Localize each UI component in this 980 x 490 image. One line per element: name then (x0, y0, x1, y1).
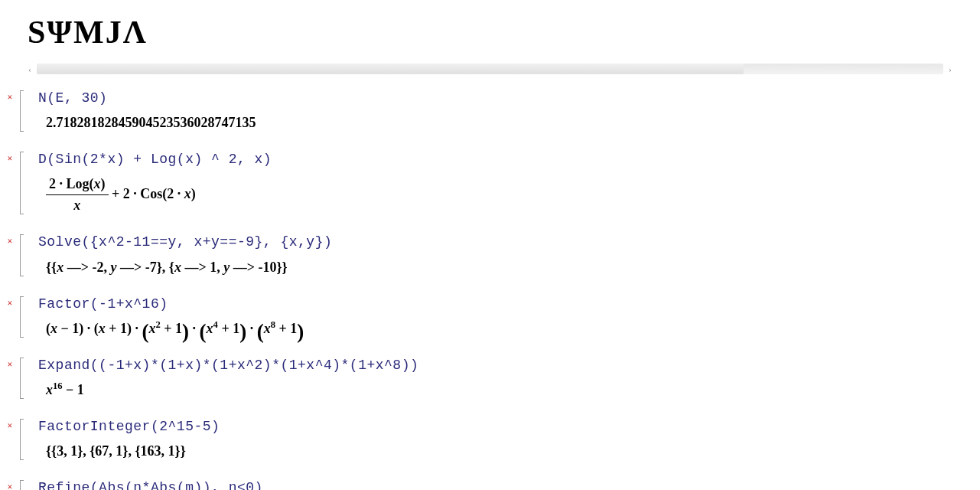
close-cell-button[interactable]: × (5, 482, 15, 490)
app-logo: SΨMJΛ (0, 0, 980, 63)
cell-output: 2 · Log(x)x + 2 · Cos(2 · x) (38, 169, 980, 216)
logo-text: SΨMJΛ (28, 14, 148, 51)
cell-list: ×N(E, 30)2.71828182845904523536028747135… (0, 84, 980, 490)
cell-bracket (20, 90, 24, 132)
cell-input[interactable]: D(Sin(2*x) + Log(x) ^ 2, x) (38, 150, 980, 169)
close-cell-button[interactable]: × (5, 420, 15, 431)
cell: ×N(E, 30)2.71828182845904523536028747135 (5, 89, 980, 133)
cell-bracket (20, 152, 24, 214)
cell: ×FactorInteger(2^15-5){{3, 1}, {67, 1}, … (5, 417, 980, 462)
cell-bracket (20, 358, 24, 399)
cell-bracket (20, 296, 24, 338)
close-cell-button[interactable]: × (5, 92, 15, 103)
cell-bracket (20, 234, 24, 276)
cell: ×Solve({x^2-11==y, x+y==-9}, {x,y}){{x —… (5, 233, 980, 277)
cell-input[interactable]: Expand((-1+x)*(1+x)*(1+x^2)*(1+x^4)*(1+x… (38, 356, 980, 375)
cell-output: {{3, 1}, {67, 1}, {163, 1}} (38, 436, 980, 462)
close-cell-button[interactable]: × (5, 298, 15, 309)
cell-bracket (20, 419, 24, 460)
cell-output: 2.71828182845904523536028747135 (38, 108, 980, 133)
scroll-left-arrow[interactable]: ‹ (23, 64, 37, 74)
close-cell-button[interactable]: × (5, 153, 15, 164)
close-cell-button[interactable]: × (5, 236, 15, 247)
cell-bracket (20, 480, 24, 490)
cell-output: (x − 1) · (x + 1) · (x2 + 1) · (x4 + 1) … (38, 314, 980, 339)
scroll-right-arrow[interactable]: › (943, 64, 957, 74)
scroll-track[interactable] (37, 64, 943, 74)
cell-output: {{x —> -2, y —> -7}, {x —> 1, y —> -10}} (38, 253, 980, 278)
cell-input[interactable]: Refine(Abs(n*Abs(m)), n<0) (38, 479, 980, 490)
cell-input[interactable]: Factor(-1+x^16) (38, 295, 980, 314)
cell: ×D(Sin(2*x) + Log(x) ^ 2, x)2 · Log(x)x … (5, 150, 980, 216)
cell-input[interactable]: N(E, 30) (38, 89, 980, 108)
cell-input[interactable]: Solve({x^2-11==y, x+y==-9}, {x,y}) (38, 233, 980, 252)
cell: ×Factor(-1+x^16)(x − 1) · (x + 1) · (x2 … (5, 295, 980, 339)
cell: ×Expand((-1+x)*(1+x)*(1+x^2)*(1+x^4)*(1+… (5, 356, 980, 400)
cell-input[interactable]: FactorInteger(2^15-5) (38, 417, 980, 436)
scroll-thumb[interactable] (37, 64, 744, 74)
cell: ×Refine(Abs(n*Abs(m)), n<0) (5, 479, 980, 490)
close-cell-button[interactable]: × (5, 359, 15, 370)
cell-output: x16 − 1 (38, 375, 980, 400)
horizontal-scrollbar[interactable]: ‹ › (0, 63, 980, 75)
